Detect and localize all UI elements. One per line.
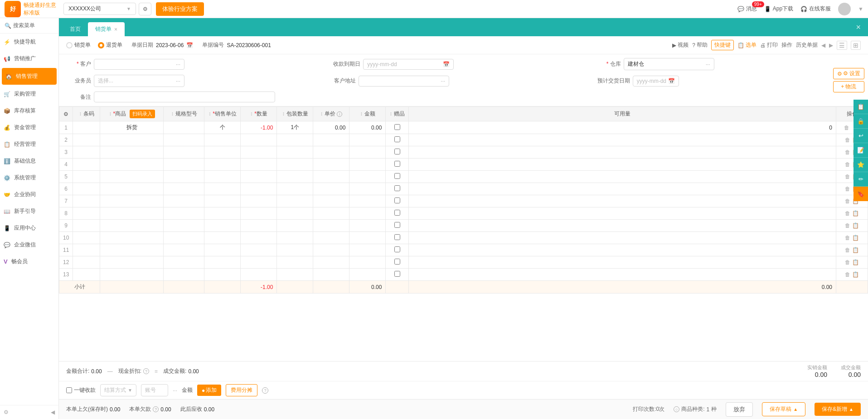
view-list-btn[interactable]: ☰ (837, 41, 847, 50)
shortcut-btn[interactable]: 快捷键 (711, 40, 734, 50)
copy-icon[interactable]: 📋 (852, 235, 859, 241)
sidebar-item-finance[interactable]: 💰 资金管理 (0, 119, 58, 136)
delete-icon[interactable]: 🗑 (845, 259, 850, 265)
history-btn[interactable]: 历史单据 (796, 41, 818, 49)
app-download-button[interactable]: 📱 App下载 (764, 5, 793, 13)
right-panel-btn-1[interactable]: 📋 (853, 100, 868, 114)
save-new-button[interactable]: 保存&新增 ▲ (815, 403, 861, 416)
right-panel-btn-6[interactable]: ✏ (853, 172, 868, 187)
tab-close-icon[interactable]: × (114, 26, 117, 33)
right-panel-btn-2[interactable]: 🔒 (853, 114, 868, 129)
copy-icon[interactable]: 📋 (852, 271, 859, 278)
equal-separator: = (155, 368, 158, 375)
doc-no-label: 单据编号 (202, 41, 224, 49)
delete-icon[interactable]: 🗑 (845, 235, 850, 241)
fee-help-icon[interactable]: ? (262, 387, 268, 394)
logistics-button[interactable]: + 物流 (833, 81, 864, 92)
right-panel-btn-5[interactable]: ⭐ (853, 158, 868, 172)
user-dropdown-icon[interactable]: ▼ (858, 6, 863, 12)
delete-icon[interactable]: 🗑 (845, 149, 850, 155)
salesperson-input[interactable]: 选择... ··· (94, 75, 184, 87)
payment-date-input[interactable]: yyyy-mm-dd 📅 (363, 59, 454, 70)
sidebar-item-system[interactable]: ⚙️ 系统管理 (0, 169, 58, 186)
one-click-payment-checkbox[interactable]: 一键收款 (66, 386, 96, 394)
more-payment-icon[interactable]: ··· (173, 387, 177, 394)
message-button[interactable]: 💬 消息 99+ (737, 5, 757, 13)
try-industry-button[interactable]: 体验行业方案 (156, 2, 204, 16)
warehouse-input[interactable]: 建材仓 ··· (624, 58, 714, 70)
calendar-icon[interactable]: 📅 (186, 42, 193, 48)
customer-address-input[interactable]: ··· (359, 76, 449, 87)
settlement-method-select[interactable]: 结算方式 ▼ (100, 384, 136, 396)
right-panel-btn-orange[interactable]: 🔖 (853, 187, 868, 201)
fee-split-button[interactable]: 费用分摊 (226, 384, 257, 396)
select-order-btn[interactable]: 📋 选单 (737, 41, 756, 49)
copy-icon[interactable]: 📋 (852, 222, 859, 229)
warehouse-field: * 仓库 建材仓 ··· ⚙ ⚙ 设置 + 物流 (596, 58, 861, 70)
customer-input[interactable]: ··· (94, 59, 184, 70)
radio-return[interactable]: 退货单 (98, 41, 122, 49)
headset-icon: 🎧 (800, 6, 807, 12)
sidebar-item-wechat[interactable]: 💬 企业微信 (0, 236, 58, 253)
close-all-tabs[interactable]: × (852, 23, 864, 32)
avatar[interactable] (838, 3, 851, 15)
delete-icon[interactable]: 🗑 (845, 271, 850, 278)
sidebar-item-purchase[interactable]: 🛒 采购管理 (0, 86, 58, 102)
col-available: 可用量 (408, 107, 836, 121)
copy-icon[interactable]: 📋 (852, 210, 859, 217)
sidebar-item-app-center[interactable]: 📱 应用中心 (0, 220, 58, 236)
info-icon-owed[interactable]: ? (153, 406, 159, 412)
tab-home[interactable]: 首页 (63, 22, 88, 36)
sidebar-settings-btn[interactable]: ⚙ (4, 409, 9, 415)
add-payment-button[interactable]: ● 添加 (197, 385, 221, 396)
product-type-icon[interactable]: ○ (674, 406, 679, 412)
sidebar-item-basic-info[interactable]: ℹ️ 基础信息 (0, 153, 58, 169)
sidebar-item-marketing[interactable]: 📢 营销推广 (0, 50, 58, 67)
cash-discount-info[interactable]: ? (143, 368, 149, 374)
radio-sale[interactable]: 销货单 (66, 41, 91, 49)
operations-btn[interactable]: 操作 (781, 41, 792, 49)
sidebar-item-operations[interactable]: 📋 经营管理 (0, 136, 58, 153)
sidebar-item-inventory[interactable]: 📦 库存核算 (0, 102, 58, 119)
sidebar-item-member[interactable]: V 畅会员 (0, 253, 58, 270)
copy-icon[interactable]: 📋 (852, 247, 859, 253)
sidebar-item-guide[interactable]: 📖 新手引导 (0, 203, 58, 220)
settings-icon[interactable]: ⚙ (139, 3, 151, 15)
copy-icon[interactable]: 📋 (852, 259, 859, 265)
delete-icon[interactable]: 🗑 (845, 222, 850, 229)
discard-button[interactable]: 放弃 (726, 402, 753, 417)
sidebar-collapse-btn[interactable]: ◀ (51, 409, 55, 415)
sidebar-item-sales[interactable]: 🏠 销售管理 (2, 68, 57, 85)
online-service-button[interactable]: 🎧 在线客服 (800, 5, 831, 13)
print-btn[interactable]: 🖨 打印 (760, 41, 778, 49)
delete-icon[interactable]: 🗑 (845, 198, 850, 204)
note-input[interactable] (94, 92, 275, 102)
delete-icon[interactable]: 🗑 (845, 137, 850, 143)
video-btn[interactable]: ▶ 视频 (672, 41, 689, 49)
delete-row-icon[interactable]: 🗑 (844, 125, 849, 131)
help-btn[interactable]: ? 帮助 (692, 41, 708, 49)
company-selector[interactable]: XXXXXX公司 ▼ (63, 3, 136, 15)
delete-icon[interactable]: 🗑 (845, 247, 850, 253)
sidebar-search[interactable]: 🔍 搜索菜单 (0, 18, 58, 34)
right-panel-btn-4[interactable]: 📝 (853, 143, 868, 158)
delete-icon[interactable]: 🗑 (845, 173, 850, 180)
tab-sales-order[interactable]: 销货单 × (88, 22, 125, 36)
delete-icon[interactable]: 🗑 (845, 210, 850, 217)
delete-icon[interactable]: 🗑 (845, 161, 850, 168)
handshake-icon: 🤝 (4, 192, 10, 198)
nav-prev-btn[interactable]: ◀ (821, 42, 825, 48)
scan-input-btn[interactable]: 扫码录入 (130, 110, 155, 118)
right-panel-btn-3[interactable]: ↩ (853, 129, 868, 143)
col-settings[interactable]: ⚙ (59, 107, 73, 121)
save-draft-button[interactable]: 保存草稿 ▲ (762, 402, 805, 416)
nav-next-btn[interactable]: ▶ (829, 42, 833, 48)
sidebar-item-quick-nav[interactable]: ⚡ 快捷导航 (0, 34, 58, 50)
expected-delivery-input[interactable]: yyyy-mm-dd 📅 (633, 76, 679, 87)
sidebar-item-enterprise[interactable]: 🤝 企业协同 (0, 186, 58, 203)
price-info-icon[interactable]: i (337, 111, 342, 117)
delete-icon[interactable]: 🗑 (845, 186, 850, 192)
settings-button[interactable]: ⚙ ⚙ 设置 (833, 68, 864, 79)
view-grid-btn[interactable]: ⊞ (851, 41, 861, 50)
bank-account-input[interactable]: 账号 (141, 384, 168, 396)
